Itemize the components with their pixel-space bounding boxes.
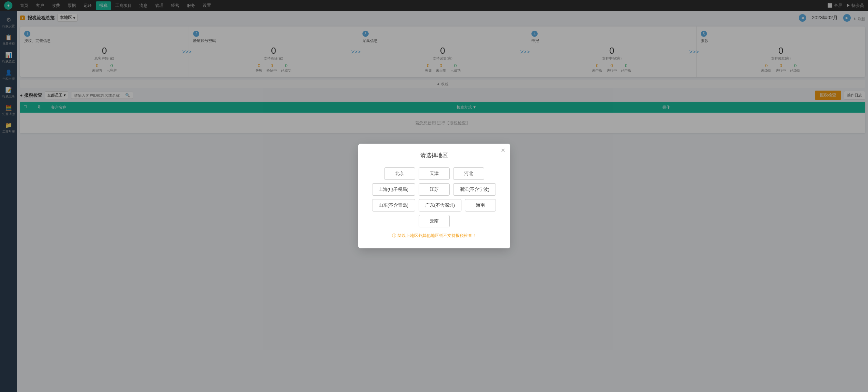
region-grid: 北京天津河北上海(电子税局)江苏浙江(不含宁波)山东(不含青岛)广东(不含深圳)… bbox=[368, 167, 500, 227]
region-btn-北京[interactable]: 北京 bbox=[384, 167, 415, 180]
region-btn-河北[interactable]: 河北 bbox=[453, 167, 484, 180]
region-btn-广东(不含深圳)[interactable]: 广东(不含深圳) bbox=[419, 199, 462, 212]
dialog-warning: ⓘ 除以上地区外其他地区暂不支持报税检查！ bbox=[368, 233, 500, 239]
region-btn-浙江(不含宁波)[interactable]: 浙江(不含宁波) bbox=[453, 183, 496, 196]
dialog-close-btn[interactable]: ✕ bbox=[501, 148, 505, 153]
region-btn-云南[interactable]: 云南 bbox=[419, 215, 450, 227]
dialog-title: 请选择地区 bbox=[368, 152, 500, 159]
region-btn-海南[interactable]: 海南 bbox=[465, 199, 496, 212]
modal-overlay[interactable]: ✕ 请选择地区 北京天津河北上海(电子税局)江苏浙江(不含宁波)山东(不含青岛)… bbox=[0, 0, 868, 392]
region-btn-山东(不含青岛)[interactable]: 山东(不含青岛) bbox=[372, 199, 415, 212]
warning-icon: ⓘ bbox=[392, 233, 396, 239]
region-btn-上海(电子税局)[interactable]: 上海(电子税局) bbox=[372, 183, 415, 196]
region-select-dialog: ✕ 请选择地区 北京天津河北上海(电子税局)江苏浙江(不含宁波)山东(不含青岛)… bbox=[358, 144, 510, 248]
region-btn-天津[interactable]: 天津 bbox=[419, 167, 450, 180]
region-btn-江苏[interactable]: 江苏 bbox=[419, 183, 450, 196]
